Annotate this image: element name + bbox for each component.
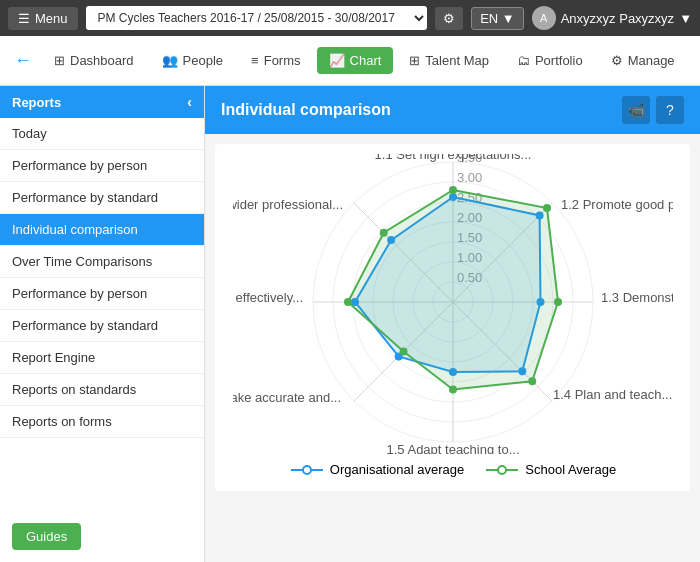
svg-text:1.1 Set high expectations...: 1.1 Set high expectations... bbox=[374, 154, 531, 162]
svg-point-39 bbox=[344, 298, 352, 306]
sidebar-item-report-engine[interactable]: Report Engine bbox=[0, 342, 204, 374]
svg-text:1.4 Plan and teach...: 1.4 Plan and teach... bbox=[553, 387, 672, 402]
content-header: Individual comparison 📹 ? bbox=[205, 86, 700, 134]
talent-map-icon: ⊞ bbox=[409, 53, 420, 68]
legend-school-avg: School Average bbox=[484, 462, 616, 477]
chart-container: 0.50 1.00 1.50 2.00 2.50 3.00 3.50 4.00 bbox=[215, 144, 690, 491]
svg-text:1.2 Promote good progress...: 1.2 Promote good progress... bbox=[561, 197, 673, 212]
nav-portfolio[interactable]: 🗂 Portfolio bbox=[505, 47, 595, 74]
chart-legend: Organisational average School Average bbox=[289, 454, 616, 481]
radar-chart: 0.50 1.00 1.50 2.00 2.50 3.00 3.50 4.00 bbox=[225, 154, 680, 454]
help-icon-button[interactable]: ? bbox=[656, 96, 684, 124]
sidebar-item-reports-standards[interactable]: Reports on standards bbox=[0, 374, 204, 406]
cycle-dropdown[interactable]: PM Cycles Teachers 2016-17 / 25/08/2015 … bbox=[86, 6, 428, 30]
svg-point-35 bbox=[554, 298, 562, 306]
nav-chart[interactable]: 📈 Chart bbox=[317, 47, 394, 74]
nav-bar: ← ⊞ Dashboard 👥 People ≡ Forms 📈 Chart ⊞… bbox=[0, 36, 700, 86]
menu-button[interactable]: ☰ Menu bbox=[8, 7, 78, 30]
sidebar-title: Reports bbox=[12, 95, 61, 110]
sidebar-item-today[interactable]: Today bbox=[0, 118, 204, 150]
svg-point-34 bbox=[543, 204, 551, 212]
svg-text:1.8 Fulfil wider professional.: 1.8 Fulfil wider professional... bbox=[233, 197, 343, 212]
nav-talent-map[interactable]: ⊞ Talent Map bbox=[397, 47, 501, 74]
nav-people[interactable]: 👥 People bbox=[150, 47, 235, 74]
bottom-area bbox=[205, 501, 700, 562]
people-icon: 👥 bbox=[162, 53, 178, 68]
legend-org-avg: Organisational average bbox=[289, 462, 464, 477]
main-layout: Reports ‹ Today Performance by person Pe… bbox=[0, 86, 700, 562]
svg-text:1.5 Adapt teaching to...: 1.5 Adapt teaching to... bbox=[386, 442, 519, 454]
svg-text:3.00: 3.00 bbox=[457, 170, 482, 185]
content-actions: 📹 ? bbox=[622, 96, 684, 124]
content-title: Individual comparison bbox=[221, 101, 391, 119]
avatar: A bbox=[532, 6, 556, 30]
user-menu-button[interactable]: A Anxyzxyz Paxyzxyz ▼ bbox=[532, 6, 692, 30]
language-button[interactable]: EN ▼ bbox=[471, 7, 524, 30]
svg-point-52 bbox=[498, 466, 506, 474]
sidebar-item-perf-person-1[interactable]: Performance by person bbox=[0, 150, 204, 182]
content-area: Individual comparison 📹 ? bbox=[205, 86, 700, 562]
sidebar-item-perf-person-2[interactable]: Performance by person bbox=[0, 278, 204, 310]
portfolio-icon: 🗂 bbox=[517, 53, 530, 68]
svg-text:1.6 Make accurate and...: 1.6 Make accurate and... bbox=[233, 390, 341, 405]
svg-point-50 bbox=[303, 466, 311, 474]
top-bar: ☰ Menu PM Cycles Teachers 2016-17 / 25/0… bbox=[0, 0, 700, 36]
menu-icon: ☰ bbox=[18, 11, 30, 26]
legend-org-avg-icon bbox=[289, 465, 325, 475]
chevron-down-icon: ▼ bbox=[679, 11, 692, 26]
sidebar-item-over-time[interactable]: Over Time Comparisons bbox=[0, 246, 204, 278]
svg-point-36 bbox=[528, 377, 536, 385]
manage-icon: ⚙ bbox=[611, 53, 623, 68]
nav-dashboard[interactable]: ⊞ Dashboard bbox=[42, 47, 146, 74]
svg-point-33 bbox=[449, 186, 457, 194]
svg-point-37 bbox=[449, 386, 457, 394]
sidebar-item-individual[interactable]: Individual comparison bbox=[0, 214, 204, 246]
nav-forms[interactable]: ≡ Forms bbox=[239, 47, 312, 74]
svg-text:1.3 Demonstrate good subject..: 1.3 Demonstrate good subject... bbox=[601, 290, 673, 305]
svg-text:1.7 Manage behaviour effective: 1.7 Manage behaviour effectively... bbox=[233, 290, 303, 305]
sidebar-item-perf-standard-2[interactable]: Performance by standard bbox=[0, 310, 204, 342]
svg-point-40 bbox=[379, 229, 387, 237]
dashboard-icon: ⊞ bbox=[54, 53, 65, 68]
settings-icon-button[interactable]: ⚙ bbox=[435, 7, 463, 30]
legend-school-avg-icon bbox=[484, 465, 520, 475]
sidebar-collapse-icon[interactable]: ‹ bbox=[187, 94, 192, 110]
svg-marker-32 bbox=[348, 190, 558, 390]
guides-button[interactable]: Guides bbox=[12, 523, 81, 550]
chart-icon: 📈 bbox=[329, 53, 345, 68]
sidebar-item-perf-standard-1[interactable]: Performance by standard bbox=[0, 182, 204, 214]
forms-icon: ≡ bbox=[251, 53, 259, 68]
svg-point-38 bbox=[399, 348, 407, 356]
radar-svg: 0.50 1.00 1.50 2.00 2.50 3.00 3.50 4.00 bbox=[233, 154, 673, 454]
back-button[interactable]: ← bbox=[8, 50, 38, 71]
sidebar: Reports ‹ Today Performance by person Pe… bbox=[0, 86, 205, 562]
video-icon-button[interactable]: 📹 bbox=[622, 96, 650, 124]
nav-manage[interactable]: ⚙ Manage bbox=[599, 47, 687, 74]
sidebar-item-reports-forms[interactable]: Reports on forms bbox=[0, 406, 204, 438]
sidebar-header: Reports ‹ bbox=[0, 86, 204, 118]
